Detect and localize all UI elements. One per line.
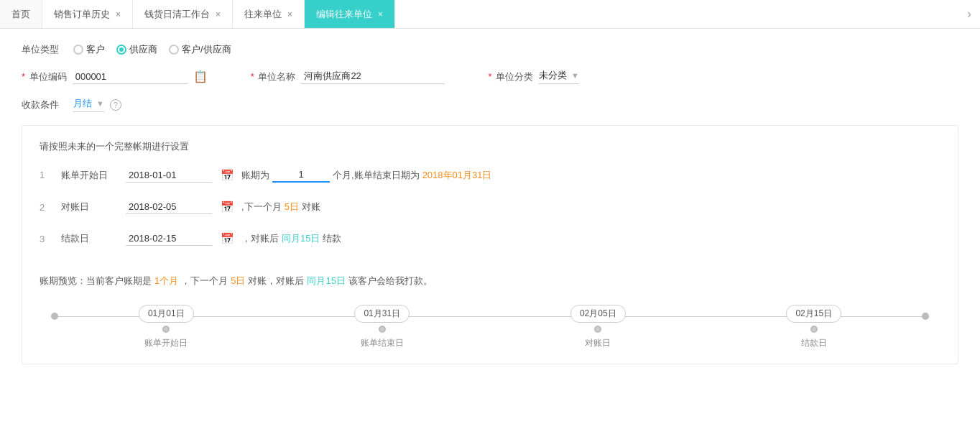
tab-edit-partner-close[interactable]: ×	[378, 9, 383, 19]
setting-row-3: 3 结款日 📅 ，对账后 同月15日 结款	[40, 231, 940, 246]
tl-label-1: 账单开始日	[144, 337, 188, 349]
tab-cash-reconcile[interactable]: 钱货日清工作台 ×	[133, 0, 233, 28]
desc-suffix-2: 对账	[302, 201, 320, 213]
tab-partner-list-close[interactable]: ×	[287, 9, 292, 19]
row-desc-2: ,下一个月 5日 对账	[241, 201, 320, 213]
payment-condition-label: 收款条件	[22, 98, 59, 111]
unit-category-arrow: ▼	[571, 71, 579, 80]
row-field-label-1: 账单开始日	[61, 169, 119, 182]
unit-name-input[interactable]	[301, 70, 445, 84]
preview-highlight1: 1个月	[154, 275, 178, 288]
row-field-label-3: 结款日	[61, 232, 119, 245]
radio-group-unit-type: 客户 供应商 客户/供应商	[73, 43, 231, 56]
tl-pill-3: 02月05日	[570, 305, 626, 323]
radio-supplier[interactable]: 供应商	[116, 43, 157, 56]
preview-highlight2: 5日	[231, 275, 245, 288]
date-input-2[interactable]	[126, 200, 212, 214]
radio-circle-customer	[73, 45, 83, 55]
desc-suffix-1: 个月,账单结束日期为	[333, 169, 420, 182]
preview-mid2: 对账，对账后	[248, 275, 304, 288]
tab-cash-reconcile-close[interactable]: ×	[216, 9, 221, 19]
tab-partner-list-label: 往来单位	[244, 8, 282, 21]
period-input[interactable]	[272, 167, 330, 183]
radio-both[interactable]: 客户/供应商	[169, 43, 231, 56]
unit-info-row: * 单位编码 📋 * 单位名称 * 单位分类 未分类 ▼	[22, 69, 958, 84]
tabs-bar: 首页 销售订单历史 × 钱货日清工作台 × 往来单位 × 编辑往来单位 × ›	[0, 0, 980, 29]
setting-row-2: 2 对账日 📅 ,下一个月 5日 对账	[40, 200, 940, 214]
tl-pill-1: 01月01日	[139, 305, 194, 323]
row-num-1: 1	[40, 170, 54, 180]
row-desc-3: ，对账后 同月15日 结款	[241, 232, 341, 245]
row-num-2: 2	[40, 202, 54, 213]
tab-cash-reconcile-label: 钱货日清工作台	[144, 8, 210, 21]
tl-label-3: 对账日	[585, 337, 611, 349]
settings-box: 请按照未来的一个完整帐期进行设置 1 账单开始日 📅 账期为 个月,账单结束日期…	[22, 125, 958, 364]
desc-prefix-2: ,下一个月	[241, 201, 282, 213]
tab-expand-btn[interactable]: ›	[958, 6, 980, 22]
unit-type-row: 单位类型 客户 供应商 客户/供应商	[22, 43, 958, 56]
unit-name-label: * 单位名称	[251, 70, 296, 83]
tl-pill-2: 01月31日	[354, 305, 410, 323]
tab-sales-order-history-label: 销售订单历史	[54, 8, 110, 21]
tab-edit-partner[interactable]: 编辑往来单位 ×	[305, 0, 395, 28]
tab-partner-list[interactable]: 往来单位 ×	[233, 0, 305, 28]
setting-row-1: 1 账单开始日 📅 账期为 个月,账单结束日期为 2018年01月31日	[40, 167, 940, 183]
unit-code-label: * 单位编码	[22, 70, 67, 83]
desc-suffix-3: 结款	[323, 232, 341, 245]
unit-name-group: * 单位名称	[251, 70, 445, 84]
preview-prefix: 账期预览：当前客户账期是	[40, 275, 152, 288]
payment-condition-row: 收款条件 月结 ▼ ?	[22, 97, 958, 112]
unit-category-label: * 单位分类	[488, 70, 533, 83]
payment-condition-group: 月结 ▼ ?	[73, 97, 121, 112]
unit-type-label: 单位类型	[22, 43, 59, 56]
row-field-label-2: 对账日	[61, 201, 119, 213]
highlight-date-1: 2018年01月31日	[422, 169, 492, 182]
tl-pill-4: 02月15日	[786, 305, 841, 323]
preview-mid1: ，下一个月	[181, 275, 228, 288]
calendar-icon-3[interactable]: 📅	[221, 232, 234, 245]
tab-home-label: 首页	[11, 8, 30, 21]
date-input-1[interactable]	[126, 168, 212, 183]
tab-home[interactable]: 首页	[0, 0, 42, 28]
radio-circle-supplier	[116, 45, 126, 55]
row-desc-1: 账期为 个月,账单结束日期为 2018年01月31日	[241, 167, 491, 183]
settings-title: 请按照未来的一个完整帐期进行设置	[40, 140, 940, 153]
payment-condition-select[interactable]: 月结 ▼	[73, 97, 104, 112]
page-content: 单位类型 客户 供应商 客户/供应商 * 单位编码 📋	[0, 29, 980, 437]
preview-text: 账期预览：当前客户账期是 1个月 ，下一个月 5日 对账，对账后 同月15日 该…	[40, 275, 940, 288]
unit-category-select[interactable]: 未分类 ▼	[539, 69, 579, 84]
desc-prefix-1: 账期为	[241, 169, 269, 182]
tab-edit-partner-label: 编辑往来单位	[316, 8, 372, 21]
payment-condition-help[interactable]: ?	[110, 99, 121, 111]
tab-sales-order-history-close[interactable]: ×	[116, 9, 121, 19]
unit-category-group: * 单位分类 未分类 ▼	[488, 69, 579, 84]
preview-highlight3: 同月15日	[307, 275, 345, 288]
tl-label-4: 结款日	[801, 337, 827, 349]
unit-code-group: * 单位编码 📋	[22, 70, 208, 84]
desc-prefix-3: ，对账后	[241, 232, 279, 245]
highlight-text-3: 同月15日	[282, 232, 320, 245]
radio-circle-both	[169, 45, 179, 55]
unit-code-input[interactable]	[73, 70, 188, 84]
tl-label-2: 账单结束日	[361, 337, 404, 349]
tl-dot-2	[379, 326, 386, 333]
preview-section: 账期预览：当前客户账期是 1个月 ，下一个月 5日 对账，对账后 同月15日 该…	[40, 263, 940, 349]
preview-suffix: 该客户会给我打款。	[348, 275, 433, 288]
tl-dot-4	[810, 326, 818, 333]
tl-start-dot	[51, 313, 58, 320]
unit-code-icon[interactable]: 📋	[193, 70, 208, 83]
tab-sales-order-history[interactable]: 销售订单历史 ×	[42, 0, 133, 28]
tl-end-dot	[922, 313, 929, 320]
radio-customer[interactable]: 客户	[73, 43, 105, 56]
highlight-text-2: 5日	[285, 201, 299, 213]
calendar-icon-2[interactable]: 📅	[221, 201, 234, 213]
calendar-icon-1[interactable]: 📅	[221, 169, 234, 182]
date-input-3[interactable]	[126, 231, 212, 246]
tl-dot-1	[162, 326, 170, 333]
tl-dot-3	[594, 326, 601, 333]
radio-customer-label: 客户	[86, 43, 105, 56]
radio-supplier-label: 供应商	[129, 43, 157, 56]
payment-condition-arrow: ▼	[96, 99, 104, 108]
radio-both-label: 客户/供应商	[182, 43, 231, 56]
payment-condition-value: 月结	[73, 97, 92, 110]
